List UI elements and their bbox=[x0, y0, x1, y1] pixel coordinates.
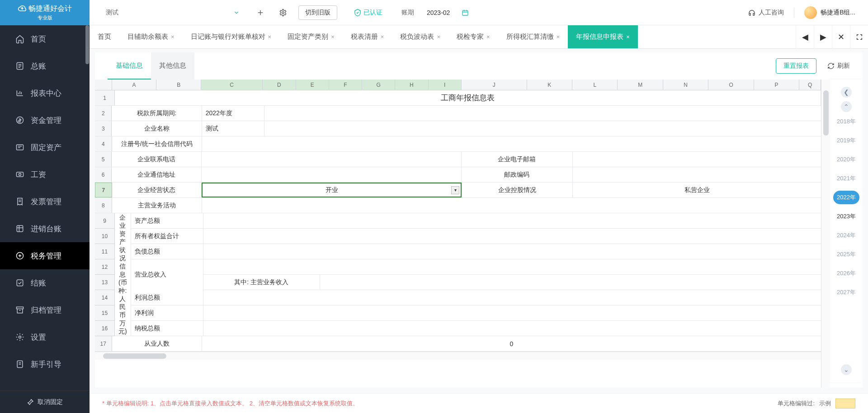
cell[interactable]: 所有者权益合计 bbox=[131, 229, 203, 244]
period-value[interactable]: 2022年度 bbox=[202, 106, 264, 121]
sidebar-scrollbar[interactable] bbox=[85, 25, 90, 413]
tab-item[interactable]: 固定资产类别× bbox=[279, 25, 343, 48]
status-dropdown[interactable]: 开业▾ bbox=[202, 183, 462, 197]
row-header[interactable]: 2 bbox=[95, 106, 112, 121]
year-up[interactable]: ⌃ bbox=[841, 101, 852, 112]
col-header[interactable]: O bbox=[708, 80, 754, 90]
year-item[interactable]: 2024年 bbox=[833, 229, 859, 242]
col-header[interactable]: Q bbox=[799, 80, 821, 90]
cell[interactable]: 负债总额 bbox=[131, 244, 203, 259]
year-item[interactable]: 2022年 bbox=[833, 191, 859, 204]
spreadsheet[interactable]: ABCDEFGHIJKLMNOPQ 1工商年报信息表2税款所属期间:2022年度… bbox=[95, 80, 821, 388]
consult-button[interactable]: 人工咨询 bbox=[748, 9, 784, 17]
tab-close-icon[interactable]: × bbox=[486, 33, 490, 40]
cell[interactable]: 利润总额 bbox=[131, 290, 203, 305]
year-item[interactable]: 2026年 bbox=[833, 267, 859, 280]
year-item[interactable]: 2019年 bbox=[833, 134, 859, 147]
sidebar-item-report[interactable]: 报表中心 bbox=[0, 80, 90, 107]
col-header[interactable]: I bbox=[429, 80, 462, 90]
tab-close-icon[interactable]: × bbox=[331, 33, 335, 40]
cell[interactable]: 测试 bbox=[202, 121, 264, 136]
cell[interactable]: 其中: 主营业务收入 bbox=[203, 275, 320, 290]
period-label[interactable]: 税款所属期间: bbox=[112, 106, 202, 121]
col-header[interactable]: L bbox=[572, 80, 618, 90]
cell[interactable] bbox=[203, 290, 821, 305]
tab-item[interactable]: 税负波动表× bbox=[392, 25, 448, 48]
col-header[interactable]: A bbox=[112, 80, 157, 90]
cell[interactable] bbox=[203, 244, 821, 259]
cell[interactable]: 企业经营状态 bbox=[112, 183, 202, 197]
tab-item[interactable]: 税检专家× bbox=[448, 25, 498, 48]
company-dropdown[interactable]: 测试 bbox=[100, 5, 245, 21]
subtab-basic[interactable]: 基础信息 bbox=[108, 52, 151, 80]
cell[interactable]: 注册号/统一社会信用代码 bbox=[112, 136, 203, 151]
settings-button[interactable] bbox=[276, 5, 290, 20]
tab-item[interactable]: 所得税汇算清缴× bbox=[498, 25, 568, 48]
cell[interactable] bbox=[202, 136, 821, 151]
cell[interactable]: 纳税总额 bbox=[131, 321, 203, 336]
tab-item[interactable]: 目辅助余额表× bbox=[119, 25, 183, 48]
cell[interactable] bbox=[202, 167, 462, 182]
cell[interactable] bbox=[320, 275, 821, 290]
cell[interactable] bbox=[202, 152, 462, 167]
tab-close-all[interactable]: ✕ bbox=[832, 25, 850, 48]
row-header[interactable]: 8 bbox=[95, 198, 112, 213]
col-header[interactable]: E bbox=[296, 80, 329, 90]
sidebar-item-invoice[interactable]: 发票管理 bbox=[0, 188, 90, 215]
col-header[interactable]: K bbox=[527, 80, 572, 90]
sidebar-item-setting[interactable]: 设置 bbox=[0, 324, 90, 351]
year-collapse[interactable]: ❮ bbox=[841, 87, 852, 98]
cell[interactable] bbox=[264, 106, 821, 121]
sidebar-item-stock[interactable]: 进销台账 bbox=[0, 215, 90, 242]
tab-scroll-right[interactable]: ▶ bbox=[814, 25, 832, 48]
cell[interactable]: 资产总额 bbox=[131, 213, 203, 228]
year-item[interactable]: 2025年 bbox=[833, 248, 859, 261]
row-header[interactable]: 5 bbox=[95, 152, 112, 167]
col-header[interactable]: D bbox=[263, 80, 296, 90]
row-header[interactable]: 7 bbox=[95, 183, 112, 197]
tab-fullscreen[interactable] bbox=[850, 25, 868, 48]
cell[interactable]: 主营业务活动 bbox=[112, 198, 203, 213]
row-header[interactable]: 6 bbox=[95, 167, 112, 182]
tab-close-icon[interactable]: × bbox=[557, 33, 560, 40]
cell[interactable] bbox=[203, 321, 821, 336]
sidebar-item-close[interactable]: 结账 bbox=[0, 269, 90, 296]
cell[interactable]: 企业通信地址 bbox=[112, 167, 202, 182]
col-header[interactable]: H bbox=[395, 80, 428, 90]
row-header[interactable]: 16 bbox=[95, 321, 115, 336]
h-scrollbar[interactable] bbox=[95, 352, 821, 360]
tab-close-icon[interactable]: × bbox=[268, 33, 272, 40]
cell[interactable]: 企业联系电话 bbox=[112, 152, 202, 167]
cell[interactable]: 营业总收入 bbox=[131, 259, 203, 290]
sidebar-item-guide[interactable]: 新手引导 bbox=[0, 351, 90, 378]
col-header[interactable]: C bbox=[201, 80, 263, 90]
cell[interactable] bbox=[203, 213, 821, 228]
sidebar-item-ledger[interactable]: 总账 bbox=[0, 52, 90, 80]
row-header[interactable]: 14 bbox=[95, 290, 115, 305]
tab-scroll-left[interactable]: ◀ bbox=[796, 25, 814, 48]
cell[interactable] bbox=[203, 305, 821, 320]
calendar-button[interactable] bbox=[458, 5, 472, 20]
tab-home[interactable]: 首页 bbox=[90, 25, 119, 48]
year-down[interactable]: ⌄ bbox=[841, 364, 852, 375]
sidebar-item-salary[interactable]: 工资 bbox=[0, 161, 90, 188]
tab-item[interactable]: 税表清册× bbox=[343, 25, 392, 48]
tab-close-icon[interactable]: × bbox=[437, 33, 440, 40]
cell[interactable] bbox=[573, 152, 821, 167]
col-header[interactable]: G bbox=[362, 80, 395, 90]
col-header[interactable]: J bbox=[462, 80, 527, 90]
v-scrollbar[interactable] bbox=[821, 80, 830, 388]
tab-close-icon[interactable]: × bbox=[171, 33, 175, 40]
cell[interactable]: 私营企业 bbox=[573, 183, 821, 197]
tab-item[interactable]: 日记账与银行对账单核对× bbox=[183, 25, 280, 48]
sidebar-item-fund[interactable]: 资金管理 bbox=[0, 107, 90, 134]
tab-close-icon[interactable]: × bbox=[381, 33, 384, 40]
cell[interactable]: 企业电子邮箱 bbox=[462, 152, 573, 167]
col-header[interactable]: P bbox=[754, 80, 799, 90]
reset-button[interactable]: 重置报表 bbox=[776, 58, 816, 74]
sidebar-item-archive[interactable]: 归档管理 bbox=[0, 296, 90, 324]
cell[interactable]: 企业控股情况 bbox=[462, 183, 573, 197]
sidebar-item-home[interactable]: 首页 bbox=[0, 25, 90, 52]
year-item[interactable]: 2027年 bbox=[833, 286, 859, 299]
row-header[interactable]: 11 bbox=[95, 244, 115, 259]
